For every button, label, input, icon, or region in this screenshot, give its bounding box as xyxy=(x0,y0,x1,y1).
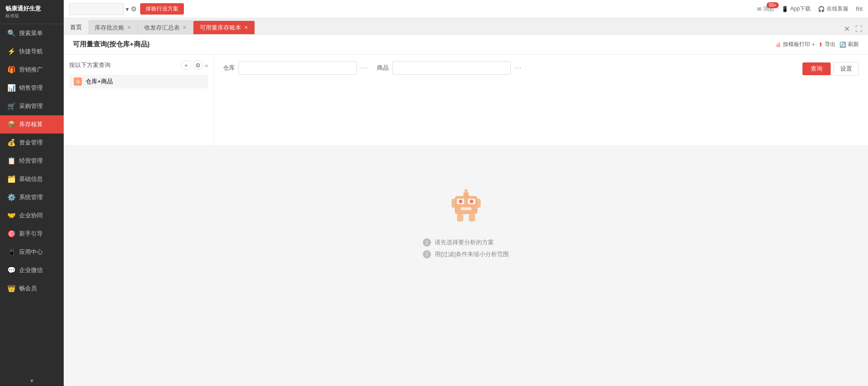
message-btn[interactable]: ✉ 消息 99+ xyxy=(757,5,774,13)
trial-industry-btn[interactable]: 体验行业方案 xyxy=(140,3,184,15)
sidebar-label-shortcut: 快捷导航 xyxy=(19,47,43,56)
sidebar-label-marketing: 营销推广 xyxy=(19,66,43,74)
member-icon: 👑 xyxy=(7,284,15,293)
export-btn[interactable]: ⬆ 导出 xyxy=(818,41,836,48)
tab-summary-close[interactable]: ✕ xyxy=(183,25,187,31)
newbie-icon: 🎯 xyxy=(7,230,15,238)
sidebar-item-appstore[interactable]: 📱应用中心 xyxy=(0,243,64,261)
message-badge: 99+ xyxy=(766,2,779,8)
system-icon: ⚙️ xyxy=(7,193,15,201)
tab-home[interactable]: 首页 xyxy=(64,21,88,34)
logo-sub: 标准版 xyxy=(5,13,58,19)
sidebar: 畅康通好生意 标准版 🔍搜索菜单⚡快捷导航🎁营销推广📊销售管理🛒采购管理📦库存核… xyxy=(0,0,64,386)
edit-scheme-btn[interactable]: ⚙ xyxy=(193,60,203,70)
tab-batch-close[interactable]: ✕ xyxy=(127,25,131,31)
scheme-icon: ⚙ xyxy=(74,77,82,86)
tab-summary-label: 收发存汇总表 xyxy=(144,24,180,32)
service-icon: 🎧 xyxy=(818,6,825,12)
svg-point-7 xyxy=(464,189,468,193)
topbar-dropdown-btn[interactable]: ▾ xyxy=(126,3,129,15)
page-content: 可用量查询(按仓库+商品) 🖨 按模板打印 ▾ ⬆ 导出 🔄 刷新 xyxy=(64,35,868,386)
scroll-down-icon[interactable]: ▼ xyxy=(29,378,35,384)
collapse-filter-btn[interactable]: « xyxy=(205,60,208,70)
hint-item-1: 1 请先选择要分析的方案 xyxy=(423,238,509,247)
sidebar-scroll-bottom: ▼ xyxy=(0,376,64,386)
tab-batch[interactable]: 库存批次账 ✕ xyxy=(88,21,138,34)
settings-btn[interactable]: 设置 xyxy=(833,62,859,76)
hint-num-1: 1 xyxy=(423,238,431,247)
purchase-icon: 🛒 xyxy=(7,102,15,110)
tab-available[interactable]: 可用量库存账本 ✕ xyxy=(193,21,255,34)
sidebar-item-shortcut[interactable]: ⚡快捷导航 xyxy=(0,42,64,61)
svg-rect-9 xyxy=(477,199,481,208)
enterprise-icon: 🤝 xyxy=(7,211,15,220)
sidebar-item-sales[interactable]: 📊销售管理 xyxy=(0,79,64,97)
sidebar-item-wechat[interactable]: 💬企业微信 xyxy=(0,261,64,279)
online-service-btn[interactable]: 🎧 在线客服 xyxy=(818,5,848,13)
sidebar-item-enterprise[interactable]: 🤝企业协同 xyxy=(0,206,64,225)
refresh-btn[interactable]: 🔄 刷新 xyxy=(839,41,859,48)
message-icon: ✉ xyxy=(757,6,761,12)
sidebar-item-basic[interactable]: 🗂️基础信息 xyxy=(0,170,64,188)
svg-rect-5 xyxy=(461,207,472,210)
sidebar-label-capital: 资金管理 xyxy=(19,139,43,147)
tab-summary[interactable]: 收发存汇总表 ✕ xyxy=(138,21,193,34)
sidebar-item-marketing[interactable]: 🎁营销推广 xyxy=(0,61,64,79)
tab-bar: 首页 库存批次账 ✕ 收发存汇总表 ✕ 可用量库存账本 ✕ ✕ ⛶ xyxy=(64,18,868,35)
app-download-label: App下载 xyxy=(790,5,811,13)
close-window-btn[interactable]: ✕ xyxy=(842,24,852,34)
topbar-gear-btn[interactable]: ⚙ xyxy=(131,3,137,15)
search-icon: 🔍 xyxy=(7,29,15,37)
page-actions: 🖨 按模板打印 ▾ ⬆ 导出 🔄 刷新 xyxy=(776,41,859,48)
topbar-search-input[interactable] xyxy=(69,3,124,15)
basic-icon: 🗂️ xyxy=(7,175,15,183)
sidebar-item-capital[interactable]: 💰资金管理 xyxy=(0,134,64,152)
sidebar-nav: 🔍搜索菜单⚡快捷导航🎁营销推广📊销售管理🛒采购管理📦库存核算💰资金管理📋经营管理… xyxy=(0,24,64,376)
warehouse-more-btn[interactable]: ··· xyxy=(360,64,368,72)
maximize-window-btn[interactable]: ⛶ xyxy=(853,24,864,34)
svg-rect-6 xyxy=(463,192,469,197)
operations-icon: 📋 xyxy=(7,157,15,165)
sidebar-logo: 畅康通好生意 标准版 xyxy=(0,0,64,24)
svg-rect-11 xyxy=(469,214,475,221)
goods-input[interactable] xyxy=(392,61,511,75)
hint-num-2: 2 xyxy=(423,250,431,258)
sidebar-item-inventory[interactable]: 📦库存核算 xyxy=(0,115,64,134)
sales-icon: 📊 xyxy=(7,84,15,92)
sidebar-item-purchase[interactable]: 🛒采购管理 xyxy=(0,97,64,115)
sidebar-label-appstore: 应用中心 xyxy=(19,248,43,256)
add-scheme-btn[interactable]: + xyxy=(181,60,191,70)
filter-schemes-panel: 按以下方案查询 + ⚙ « ⚙ 仓库+商品 xyxy=(64,55,214,145)
filter-header-btns: + ⚙ « xyxy=(181,60,208,70)
user-menu[interactable]: Rit xyxy=(856,6,863,12)
wechat-icon: 💬 xyxy=(7,266,15,274)
goods-more-btn[interactable]: ··· xyxy=(514,64,522,72)
sidebar-item-newbie[interactable]: 🎯新手引导 xyxy=(0,225,64,243)
sidebar-item-search[interactable]: 🔍搜索菜单 xyxy=(0,24,64,42)
shortcut-icon: ⚡ xyxy=(7,47,15,56)
print-template-btn[interactable]: 🖨 按模板打印 ▾ xyxy=(776,41,815,48)
window-controls: ✕ ⛶ xyxy=(842,24,868,34)
empty-state: 1 请先选择要分析的方案 2 用[过滤]条件来缩小分析范围 xyxy=(64,146,868,299)
topbar-search-wrap: ▾ ⚙ xyxy=(69,3,137,15)
logo-name: 畅康通好生意 xyxy=(5,5,58,13)
svg-rect-8 xyxy=(452,199,455,208)
sidebar-item-operations[interactable]: 📋经营管理 xyxy=(0,152,64,170)
topbar-right: ✉ 消息 99+ 📱 App下载 🎧 在线客服 Rit xyxy=(757,5,863,13)
empty-robot-illustration xyxy=(443,182,489,229)
tab-available-close[interactable]: ✕ xyxy=(244,25,248,31)
sidebar-item-system[interactable]: ⚙️系统管理 xyxy=(0,188,64,206)
sidebar-item-member[interactable]: 👑畅会员 xyxy=(0,279,64,298)
warehouse-label: 仓库 xyxy=(223,64,235,72)
hint-text-1: 请先选择要分析的方案 xyxy=(435,238,494,247)
print-dropdown-icon[interactable]: ▾ xyxy=(812,41,815,48)
svg-rect-0 xyxy=(455,196,477,214)
export-label: 导出 xyxy=(825,41,836,48)
user-name: Rit xyxy=(856,6,863,12)
app-download-btn[interactable]: 📱 App下载 xyxy=(782,5,811,13)
warehouse-input[interactable] xyxy=(239,61,357,75)
hint-item-2: 2 用[过滤]条件来缩小分析范围 xyxy=(423,250,509,258)
query-btn[interactable]: 查询 xyxy=(802,62,831,75)
sidebar-label-system: 系统管理 xyxy=(19,193,43,201)
scheme-warehouse-goods[interactable]: ⚙ 仓库+商品 xyxy=(69,75,208,88)
